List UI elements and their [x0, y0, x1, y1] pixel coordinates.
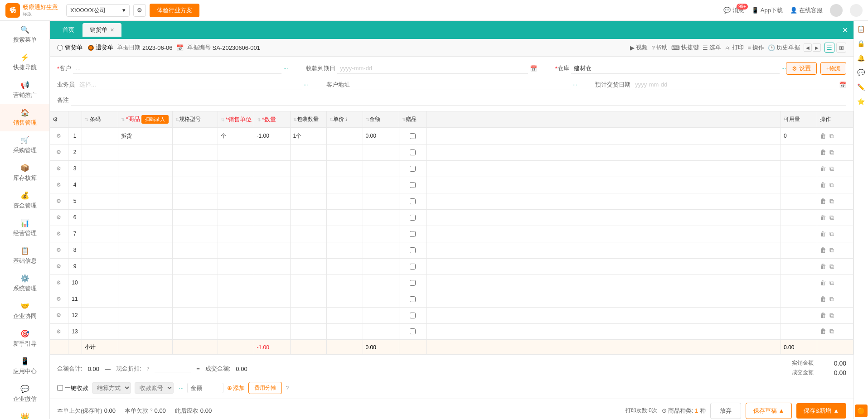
row-unit[interactable]: [218, 160, 254, 177]
row-qty[interactable]: [254, 291, 290, 307]
row-amount[interactable]: [363, 193, 399, 209]
row-spec[interactable]: [172, 291, 218, 307]
row-spec[interactable]: [172, 323, 218, 340]
row-qty[interactable]: [254, 177, 290, 193]
row-gift[interactable]: [399, 177, 426, 193]
row-product[interactable]: [118, 242, 172, 258]
row-settings[interactable]: ⚙: [50, 209, 68, 226]
row-qty[interactable]: [254, 226, 290, 242]
radio-return-input[interactable]: [88, 45, 94, 51]
row-delete-btn[interactable]: 🗑: [820, 181, 826, 188]
row-unit[interactable]: [218, 242, 254, 258]
prev-arrow[interactable]: ◀: [804, 43, 812, 52]
row-gift-checkbox[interactable]: [410, 247, 416, 253]
row-spec[interactable]: [172, 242, 218, 258]
row-unit[interactable]: [218, 209, 254, 226]
payment-due-calendar-icon[interactable]: 📅: [530, 65, 537, 72]
row-gift[interactable]: [399, 128, 426, 144]
add-button[interactable]: ⊕ 添加: [227, 384, 245, 392]
settings-button[interactable]: ⚙ 设置: [786, 62, 817, 75]
row-settings[interactable]: ⚙: [50, 226, 68, 242]
scan-button[interactable]: 扫码录入: [141, 115, 169, 124]
row-product[interactable]: [118, 258, 172, 275]
operation-btn[interactable]: ≡ 操作: [747, 43, 764, 52]
row-price[interactable]: [326, 144, 363, 160]
one-click-payment-input[interactable]: [57, 385, 63, 391]
row-unit[interactable]: [218, 323, 254, 340]
row-pkg-qty[interactable]: [290, 291, 326, 307]
row-copy-btn[interactable]: ⧉: [829, 263, 834, 270]
row-delete-btn[interactable]: 🗑: [820, 279, 826, 286]
row-spec[interactable]: [172, 307, 218, 323]
row-pkg-qty[interactable]: [290, 144, 326, 160]
row-price[interactable]: [326, 242, 363, 258]
avatar[interactable]: [830, 4, 843, 17]
discount-info-icon[interactable]: ?: [147, 366, 150, 371]
row-product[interactable]: [118, 323, 172, 340]
row-amount[interactable]: [363, 307, 399, 323]
sidebar-item-wechat[interactable]: 💬 企业微信: [0, 380, 49, 408]
row-product[interactable]: [118, 307, 172, 323]
save-draft-button[interactable]: 保存草稿 ▲: [746, 403, 792, 419]
row-spec[interactable]: [172, 258, 218, 275]
row-price[interactable]: [326, 291, 363, 307]
grid-view-icon[interactable]: ⊞: [836, 43, 846, 53]
row-barcode[interactable]: [82, 242, 118, 258]
row-barcode[interactable]: [82, 144, 118, 160]
right-panel-btn-2[interactable]: 🔒: [855, 37, 868, 50]
row-qty[interactable]: [254, 209, 290, 226]
calendar-icon[interactable]: 📅: [176, 44, 184, 51]
row-spec[interactable]: [172, 177, 218, 193]
customer-more-icon[interactable]: ···: [283, 65, 288, 72]
row-gift[interactable]: [399, 160, 426, 177]
row-copy-btn[interactable]: ⧉: [829, 132, 834, 140]
row-settings[interactable]: ⚙: [50, 193, 68, 209]
customer-address-more-icon[interactable]: ···: [572, 82, 577, 88]
row-delete-btn[interactable]: 🗑: [820, 165, 826, 172]
row-barcode[interactable]: [82, 128, 118, 144]
row-delete-btn[interactable]: 🗑: [820, 149, 826, 156]
row-gift-checkbox[interactable]: [410, 133, 416, 139]
fee-split-button[interactable]: 费用分摊: [248, 382, 282, 394]
company-select[interactable]: XXXXXX公司 ▾: [66, 4, 130, 17]
row-gift-checkbox[interactable]: [410, 182, 416, 188]
right-panel-btn-3[interactable]: 🔔: [855, 52, 868, 64]
warehouse-more-icon[interactable]: ···: [781, 65, 786, 72]
sidebar-item-finance[interactable]: 💰 资金管理: [0, 187, 49, 214]
next-arrow[interactable]: ▶: [813, 43, 821, 52]
radio-sales-input[interactable]: [57, 45, 63, 51]
row-unit[interactable]: [218, 275, 254, 291]
row-unit[interactable]: [218, 226, 254, 242]
account-select[interactable]: 收款账号: [135, 382, 174, 394]
row-barcode[interactable]: [82, 177, 118, 193]
row-pkg-qty[interactable]: [290, 193, 326, 209]
right-panel-btn-7[interactable]: 🟠: [855, 405, 868, 417]
row-gift[interactable]: [399, 291, 426, 307]
row-pkg-qty[interactable]: [290, 275, 326, 291]
remarks-input[interactable]: [71, 95, 846, 106]
row-gift[interactable]: [399, 242, 426, 258]
row-unit[interactable]: [218, 258, 254, 275]
experience-button[interactable]: 体验行业方案: [150, 4, 199, 17]
row-barcode[interactable]: [82, 193, 118, 209]
row-copy-btn[interactable]: ⧉: [829, 197, 834, 205]
history-btn[interactable]: 🕒 历史单据: [768, 43, 800, 52]
notification-button[interactable]: 💬 消息 99+: [723, 6, 744, 14]
row-price[interactable]: [326, 226, 363, 242]
save-new-button[interactable]: 保存&新增 ▲: [796, 403, 846, 419]
row-amount[interactable]: [363, 209, 399, 226]
row-delete-btn[interactable]: 🗑: [820, 295, 826, 303]
row-settings[interactable]: ⚙: [50, 323, 68, 340]
row-spec[interactable]: [172, 160, 218, 177]
row-unit[interactable]: [218, 291, 254, 307]
payment-due-input[interactable]: [337, 63, 528, 74]
select-btn[interactable]: ☰ 选单: [703, 43, 721, 52]
row-gift-checkbox[interactable]: [410, 328, 416, 334]
close-tab-icon[interactable]: ✕: [110, 27, 114, 33]
row-product[interactable]: [118, 275, 172, 291]
row-pkg-qty[interactable]: [290, 160, 326, 177]
tab-home[interactable]: 首页: [55, 23, 82, 37]
row-product[interactable]: 拆货: [118, 128, 172, 144]
row-gift-checkbox[interactable]: [410, 280, 416, 286]
row-amount[interactable]: 0.00: [363, 128, 399, 144]
